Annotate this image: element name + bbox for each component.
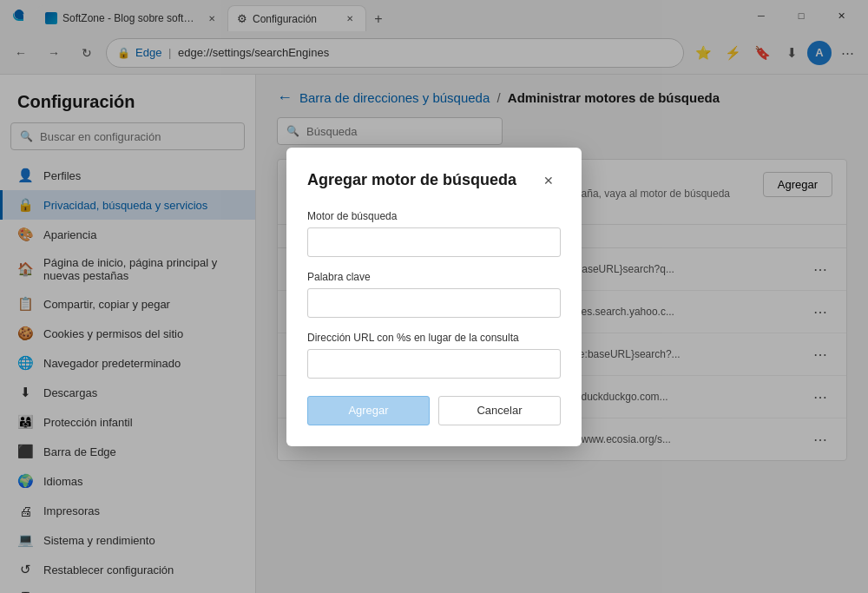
url-field: Dirección URL con %s en lugar de la cons…	[307, 332, 561, 379]
keyword-label: Palabra clave	[307, 271, 561, 283]
keyword-field: Palabra clave	[307, 271, 561, 318]
dialog-cancel-button[interactable]: Cancelar	[438, 396, 561, 425]
dialog-close-button[interactable]: ✕	[536, 168, 561, 193]
dialog-title: Agregar motor de búsqueda	[307, 171, 516, 189]
search-engine-label: Motor de búsqueda	[307, 210, 561, 222]
url-input[interactable]	[307, 349, 561, 379]
url-label: Dirección URL con %s en lugar de la cons…	[307, 332, 561, 344]
add-engine-dialog: Agregar motor de búsqueda ✕ Motor de bús…	[286, 148, 582, 446]
keyword-input[interactable]	[307, 288, 561, 318]
dialog-add-button[interactable]: Agregar	[307, 396, 430, 425]
search-engine-input[interactable]	[307, 227, 561, 257]
dialog-actions: Agregar Cancelar	[307, 396, 561, 425]
dialog-header: Agregar motor de búsqueda ✕	[307, 168, 561, 193]
search-engine-field: Motor de búsqueda	[307, 210, 561, 257]
modal-overlay[interactable]: Agregar motor de búsqueda ✕ Motor de bús…	[0, 0, 868, 593]
